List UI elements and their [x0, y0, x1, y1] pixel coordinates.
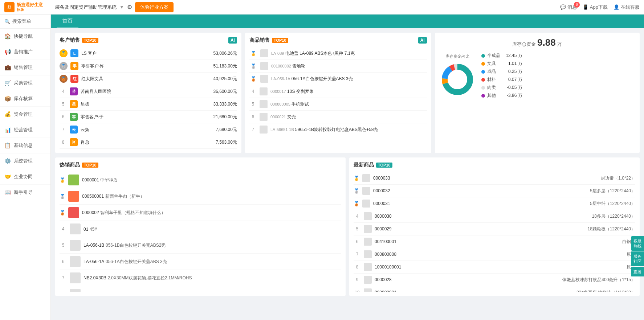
rank-num-8: 8	[60, 140, 67, 145]
sidebar-item-system[interactable]: ⚙️ 系统管理	[0, 153, 50, 169]
dropdown-icon[interactable]: ▼	[119, 4, 124, 10]
logo-icon: 好	[4, 2, 15, 12]
online-service-btn[interactable]: 👤 在线客服	[614, 4, 640, 11]
product-info-6: 0000021 夹壳	[270, 114, 427, 120]
newest-name-10: 22g鱼豆腐·烧烤味（1*12*20）	[576, 290, 635, 292]
product-thumb-7	[260, 126, 268, 134]
customer-sales-row-3: 🥉 红 红太阳文具 40,925.00元	[60, 73, 237, 85]
tab-home[interactable]: 首页	[57, 15, 78, 28]
app-download-btn[interactable]: 📱 App下载	[583, 4, 608, 11]
sidebar-item-inventory[interactable]: 📦 库存核算	[0, 91, 50, 107]
hot-rank-icon-3: 🥉	[60, 210, 65, 216]
hot-rank-num-5: 5	[60, 243, 67, 248]
sidebar-item-basics[interactable]: 📋 基础信息	[0, 138, 50, 153]
hot-row-2: 🥈 000500001 新西兰牛肉（新牛）	[60, 188, 341, 205]
hot-products-card: 热销商品 TOP10 🥇 0000001 中华神盾 🥈	[55, 157, 346, 296]
newest-row-1: 🥇 0000033 封边带（1.0*22）	[354, 172, 635, 185]
hot-info-6: LA-056-1A 056-1A白色按键开关盖ABS 3壳	[83, 259, 341, 265]
product-sales-row-1: 🥇 LA-089 电池盖 LA-089 ABS本色+黑种 7.1克	[249, 47, 427, 60]
product-sales-row-5: 5 000800005 手机测试	[249, 98, 427, 111]
hot-row-5: 5 LA-056-1B 056-1B白色按键开关壳ABS2壳	[60, 237, 341, 254]
inventory-legend: 半成品 12.45 万 文具 1.01 万 成品 0.25 万	[481, 53, 522, 99]
donut-chart-container: 库存资金占比	[439, 53, 635, 99]
customer-amount-1: 53,006.26元	[213, 50, 237, 57]
newest-thumb-7	[364, 250, 372, 258]
newest-name-5: 18颗粒板（1220*2440）	[588, 226, 635, 232]
newest-rank-num-6: 6	[354, 239, 361, 244]
customer-sales-list: 🥇 L LS 客户 53,006.26元 🥈 零 零售客户·许 51,183.0…	[60, 47, 237, 149]
hot-thumb-3	[68, 207, 79, 218]
sidebar-item-marketing[interactable]: 📢 营销推广	[0, 44, 50, 60]
legend-item-5: 其他 -3.86 万	[481, 93, 522, 99]
sidebar-item-sales[interactable]: 💼 销售管理	[0, 60, 50, 75]
sales-icon: 💼	[4, 64, 11, 71]
hot-thumb-4	[70, 223, 81, 234]
basics-icon: 📋	[4, 142, 11, 149]
inventory-icon: 📦	[4, 95, 11, 102]
notifications-btn[interactable]: 💬 消息 6	[560, 4, 577, 11]
newest-rank-num-8: 8	[354, 264, 361, 270]
legend-dot-4	[481, 86, 485, 90]
newest-row-6: 6 004100001 白钢垫	[354, 235, 635, 248]
hot-products-title: 热销商品 TOP10	[60, 162, 341, 168]
sidebar-item-guide[interactable]: 📖 新手引导	[0, 185, 50, 200]
hot-rank-num-6: 6	[60, 259, 67, 264]
product-info-3: LA-056-1A 056-1A白色按键开关盖ABS 3壳	[271, 76, 427, 82]
customer-amount-2: 51,183.00元	[213, 63, 237, 69]
sidebar-item-purchase[interactable]: 🛒 采购管理	[0, 75, 50, 91]
hot-thumb-1	[68, 175, 79, 185]
product-rank-num-4: 4	[249, 89, 257, 94]
customer-sales-card: 客户销售 TOP10 Ai 🥇 L LS 客户 53,006.26元 🥈	[55, 33, 241, 153]
hot-info-3: 0000002 智利车子里（规格不知道填什么）	[82, 210, 341, 216]
float-btn-hotline[interactable]: 客服 热线	[631, 236, 644, 251]
float-btn-community[interactable]: 服务 社区	[631, 251, 644, 266]
layout: 🔍 搜索菜单 🏠 快捷导航 📢 营销推广 💼 销售管理 🛒 采购管理 📦 库存核…	[0, 0, 644, 320]
purchase-icon: 🛒	[4, 80, 11, 86]
product-rank-1: 🥇	[249, 49, 257, 57]
product-rank-num-6: 6	[249, 114, 257, 119]
legend-item-1: 文具 1.01 万	[481, 61, 522, 67]
enterprise-icon: 🤝	[4, 173, 11, 180]
product-sales-list: 🥇 LA-089 电池盖 LA-089 ABS本色+黑种 7.1克 🥈 0010…	[249, 47, 427, 136]
product-info-7: LA-59651-1B 59651-1B旋转投影灯电池盒ABS黑色+58壳	[270, 127, 427, 133]
sidebar-item-operations[interactable]: 📊 经营管理	[0, 122, 50, 138]
customer-amount-4: 36,600.00元	[213, 89, 237, 95]
customer-name-7: 云扬	[81, 127, 213, 133]
product-rank-3: 🥉	[249, 75, 257, 83]
sidebar-search[interactable]: 🔍 搜索菜单	[0, 15, 50, 29]
newest-rank-num-10: 10	[354, 290, 361, 292]
hot-thumb-7	[70, 272, 81, 283]
topbar-center: 装备及固定资产辅助管理系统 ▼ ⚙ 体验行业方案	[55, 2, 560, 12]
hot-row-6: 6 LA-056-1A 056-1A白色按键开关盖ABS 3壳	[60, 254, 341, 270]
sidebar-item-quick-nav[interactable]: 🏠 快捷导航	[0, 29, 50, 44]
product-rank-2: 🥈	[249, 62, 257, 70]
sidebar-item-enterprise[interactable]: 🤝 企业协同	[0, 169, 50, 185]
rank-num-6: 6	[60, 114, 67, 119]
inventory-label: 库存资金占比	[445, 54, 469, 59]
float-btn-live[interactable]: 直播	[631, 267, 644, 276]
sidebar-item-finance[interactable]: 💰 资金管理	[0, 107, 50, 122]
newest-row-7: 7 000800008 原盖	[354, 248, 635, 261]
donut-chart-svg	[439, 61, 476, 98]
product-rank-num-5: 5	[249, 102, 257, 107]
customer-amount-3: 40,925.00元	[213, 76, 237, 82]
product-ai-badge: Ai	[418, 37, 427, 44]
hot-info-7: NB2.0X30B 2.0X30MM双摆花轴,摆花直径2.1MM/ROHS	[83, 275, 341, 281]
customer-amount-7: 7,680.00元	[216, 127, 237, 133]
system-name: 装备及固定资产辅助管理系统	[55, 4, 117, 11]
customer-sales-row-2: 🥈 零 零售客户·许 51,183.00元	[60, 60, 237, 73]
rank-badge-2: 🥈	[60, 62, 68, 70]
customer-label-8: 肖	[70, 138, 78, 146]
trial-button[interactable]: 体验行业方案	[135, 2, 174, 12]
hot-row-4: 4 01 45#	[60, 221, 341, 237]
newest-thumb-5	[364, 225, 372, 233]
rank-badge-1: 🥇	[60, 49, 68, 57]
settings-icon[interactable]: ⚙	[127, 4, 132, 11]
hot-info-4: 01 45#	[83, 226, 341, 232]
inventory-card: 库存总资金 9.88 万 库存资金占比	[435, 33, 640, 153]
marketing-icon: 📢	[4, 49, 11, 55]
newest-code-8: 10000100001	[375, 264, 624, 270]
customer-sales-row-5: 5 星 星扬 33,333.00元	[60, 98, 237, 111]
hot-row-7: 7 NB2.0X30B 2.0X30MM双摆花轴,摆花直径2.1MM/ROHS	[60, 270, 341, 286]
newest-row-9: 9 0000028 体嫩荔枝味苏打饮品400毫升（1*15）	[354, 274, 635, 286]
